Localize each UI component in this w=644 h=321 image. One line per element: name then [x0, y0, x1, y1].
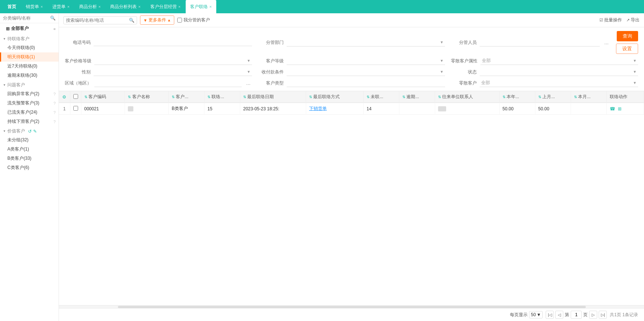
sidebar-item-overdue[interactable]: 逾期未联络(30): [0, 71, 59, 80]
th-this-year[interactable]: ⇅ 本年...: [499, 91, 535, 103]
export-btn[interactable]: ↗ 导出: [626, 17, 640, 23]
prev-page-btn[interactable]: ◁: [555, 311, 563, 319]
filter-customer-type-select[interactable]: [287, 79, 445, 87]
last-page-btn[interactable]: ▷|: [599, 311, 607, 319]
filter-retail-customer-select[interactable]: 全部 ▼: [480, 79, 638, 87]
nav-customer-segment[interactable]: 客户分层经营 ×: [146, 0, 185, 13]
filter-customer-level-select[interactable]: ▼: [287, 57, 445, 65]
query-btn[interactable]: 查询: [617, 31, 638, 41]
th-unit-contact[interactable]: ⇅ 往来单位联系人: [435, 91, 500, 103]
sidebar-item-a[interactable]: A类客户(1): [0, 145, 59, 154]
filter-retail-customer: 零散客户 全部 ▼: [451, 79, 638, 87]
th-last-month[interactable]: ⇅ 上月...: [535, 91, 571, 103]
th-customer-code[interactable]: ⇅ 客户编码: [81, 91, 125, 103]
nav-sales-order[interactable]: 销货单 ×: [21, 0, 47, 13]
action-grid-icon[interactable]: ⊞: [618, 106, 622, 111]
my-customers-checkbox[interactable]: 我分管的客户: [177, 17, 210, 23]
nav-customer-contact-close-icon[interactable]: ×: [209, 4, 211, 9]
sidebar-all-customers[interactable]: ⊞ 全部客户 «: [0, 23, 59, 34]
th-customer-name[interactable]: ⇅ 客户名称: [125, 91, 169, 103]
edit-icon[interactable]: ✎: [33, 129, 37, 134]
sidebar-item-declining[interactable]: 持续下滑客户(2) ?: [0, 117, 59, 126]
more-conditions-btn[interactable]: ▼ 更多条件 ▲: [140, 15, 174, 25]
sidebar-item-today[interactable]: 今天待联络(0): [0, 43, 59, 52]
filter-actions: 查询 设置: [616, 31, 638, 54]
filter-person-select[interactable]: [480, 38, 600, 46]
triangle-icon: ▼: [3, 37, 6, 41]
nav-home[interactable]: 首页: [3, 0, 21, 13]
th-uncontacted[interactable]: ⇅ 未联...: [364, 91, 399, 103]
sidebar-item-lost[interactable]: 已流失客户(24) ?: [0, 108, 59, 117]
filter-phone-input[interactable]: [94, 39, 252, 46]
nav-purchase-label: 进货单: [52, 4, 66, 10]
filter-price-level-select[interactable]: ▼: [94, 57, 252, 65]
td-customer-code: 000021: [81, 103, 125, 115]
first-page-btn[interactable]: |◁: [546, 311, 554, 319]
nav-product-analysis-close-icon[interactable]: ×: [98, 4, 101, 9]
chevron-down-icon-2: ▼: [247, 59, 251, 63]
sidebar-item-b[interactable]: B类客户(33): [0, 154, 59, 163]
nav-sales-close-icon[interactable]: ×: [41, 4, 43, 9]
filter-payment: 收付款条件 ▼: [258, 68, 445, 76]
filter-status-select[interactable]: ▼: [480, 68, 638, 76]
th-overdue[interactable]: ⇅ 逾期...: [399, 91, 435, 103]
next-page-btn[interactable]: ▷: [589, 311, 597, 319]
my-customers-check[interactable]: [177, 18, 182, 23]
filter-dept-select[interactable]: ▼: [287, 38, 445, 46]
nav-purchase-close-icon[interactable]: ×: [67, 4, 69, 9]
sidebar-item-ungrouped[interactable]: 未分组(32): [0, 135, 59, 145]
chevron-down-icon-3: ▼: [440, 59, 444, 63]
search-box: 🔍: [63, 16, 137, 24]
sidebar-group-pending[interactable]: ▼ 待联络客户: [0, 34, 59, 43]
page-size-select[interactable]: 50 ▼: [529, 311, 543, 318]
page-unit: 页: [583, 312, 588, 318]
sidebar-item-7days[interactable]: 近7天待联络(0): [0, 62, 59, 71]
th-gear[interactable]: ⚙: [59, 91, 70, 103]
filter-payment-select[interactable]: ▼: [287, 68, 445, 76]
action-phone-icon[interactable]: ☎: [610, 106, 615, 111]
reset-btn[interactable]: 设置: [616, 44, 638, 54]
nav-product-list-close-icon[interactable]: ×: [138, 4, 140, 9]
filter-region-more-icon[interactable]: ...: [245, 80, 252, 86]
th-customer-type[interactable]: ⇅ 客户...: [169, 91, 204, 103]
nav-product-analysis[interactable]: 商品分析 ×: [75, 0, 105, 13]
search-input[interactable]: [66, 18, 127, 23]
row-checkbox[interactable]: [73, 106, 78, 111]
filter-gender-select[interactable]: ▼: [94, 68, 252, 76]
page-input[interactable]: [571, 311, 582, 319]
th-contact[interactable]: ⇅ 联络...: [204, 91, 240, 103]
gear-icon[interactable]: ⚙: [62, 94, 66, 100]
sidebar-group-value[interactable]: ▼ 价值客户 ↺ ✎: [0, 126, 59, 135]
sidebar-item-declining-label: 持续下滑客户(2): [7, 118, 39, 125]
sidebar-search-icon[interactable]: 🔍: [50, 15, 56, 21]
batch-op-btn[interactable]: ☑ 批量操作: [599, 17, 622, 23]
filter-retail-attr-select[interactable]: 全部 ▼: [480, 57, 638, 65]
nav-purchase-order[interactable]: 进货单 ×: [48, 0, 74, 13]
select-all-checkbox[interactable]: [73, 94, 78, 99]
sidebar-collapse-icon[interactable]: «: [53, 27, 56, 31]
th-action-label: 联络动作: [610, 94, 627, 99]
filter-person-more-icon[interactable]: ...: [603, 39, 610, 45]
sidebar-item-tomorrow[interactable]: 明天待联络(1): [0, 52, 59, 62]
sidebar-item-warning[interactable]: 流失预警客户(3) ?: [0, 99, 59, 108]
sidebar-item-repurchase[interactable]: 回购异常客户(2) ?: [0, 89, 59, 99]
th-last-contact-method[interactable]: ⇅ 最后联络方式: [306, 91, 364, 103]
nav-product-analysis-list[interactable]: 商品分析列表 ×: [106, 0, 145, 13]
sidebar-group-problems[interactable]: ▼ 问题客户: [0, 80, 59, 89]
search-icon[interactable]: 🔍: [129, 18, 134, 23]
filter-region: 区域（地区） ...: [65, 79, 252, 87]
sort-icon-2: ⇅: [128, 95, 131, 99]
filter-region-select[interactable]: [94, 79, 242, 87]
more-conditions-label: 更多条件: [148, 17, 166, 23]
help-icon-4: ?: [53, 120, 56, 124]
sidebar-search-input[interactable]: [3, 15, 49, 21]
sidebar-item-c[interactable]: C类客户(6): [0, 163, 59, 172]
filter-panel: 电话号码 分管部门 ▼ 分管人员 ... 查询 设置: [59, 27, 644, 91]
td-last-contact-method[interactable]: 下销货单: [306, 103, 364, 115]
th-last-contact-date[interactable]: ⇅ 最后联络日期: [240, 91, 306, 103]
th-this-month[interactable]: ⇅ 本月...: [571, 91, 606, 103]
refresh-icon[interactable]: ↺: [28, 129, 32, 134]
nav-customer-contact[interactable]: 客户联络 ×: [186, 0, 216, 13]
th-unit-contact-label: 往来单位联系人: [442, 94, 473, 99]
nav-customer-segment-close-icon[interactable]: ×: [178, 4, 181, 9]
